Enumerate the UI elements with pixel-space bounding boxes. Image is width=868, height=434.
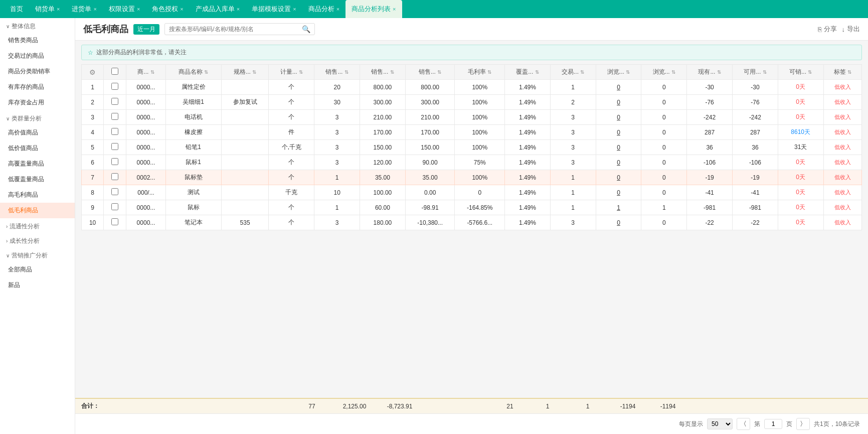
nav-item-goods-analysis-list[interactable]: 商品分析列表 ×: [345, 0, 402, 18]
page-number-input[interactable]: [764, 419, 782, 429]
row-current-stock: -41: [687, 185, 733, 200]
row-name: 鼠标垫: [165, 170, 221, 185]
export-button[interactable]: ↓ 导出: [842, 25, 860, 34]
nav-item-home[interactable]: 首页: [4, 0, 29, 18]
collapse-marketing-icon[interactable]: ∨: [6, 253, 10, 258]
sidebar-item-new-goods[interactable]: 新品: [0, 277, 75, 293]
time-range-button[interactable]: 近一月: [133, 24, 159, 35]
col-gross-margin[interactable]: 毛利率 ⇅: [455, 65, 505, 80]
col-salable-days[interactable]: 可销... ⇅: [778, 65, 823, 80]
row-checkbox[interactable]: [104, 155, 126, 170]
sidebar-item-high-margin[interactable]: 高毛利商品: [0, 187, 75, 203]
sidebar: ∨ 整体信息 销售类商品 交易过的商品 商品分类助销率 有库存的商品 库存资金占…: [0, 18, 75, 434]
col-spec[interactable]: 规格... ⇅: [221, 65, 269, 80]
sidebar-item-low-value[interactable]: 低价值商品: [0, 140, 75, 156]
nav-item-template[interactable]: 单据模板设置 ×: [246, 0, 302, 18]
row-views1[interactable]: 0: [596, 185, 641, 200]
row-checkbox[interactable]: [104, 125, 126, 140]
col-coverage[interactable]: 覆盖... ⇅: [505, 65, 551, 80]
col-name[interactable]: 商品名称 ⇅: [165, 65, 221, 80]
row-gross-margin: 100%: [455, 95, 505, 110]
collapse-cluster-icon[interactable]: ∨: [6, 116, 10, 121]
nav-item-purchase[interactable]: 进货单 ×: [66, 0, 102, 18]
row-available: -19: [733, 170, 778, 185]
close-goods-analysis-icon[interactable]: ×: [336, 6, 339, 12]
col-views1[interactable]: 浏览... ⇅: [596, 65, 641, 80]
collapse-flow-icon[interactable]: ›: [6, 224, 8, 229]
nav-item-sales[interactable]: 销货单 ×: [29, 0, 66, 18]
sidebar-item-sales-goods[interactable]: 销售类商品: [0, 33, 75, 48]
row-checkbox[interactable]: [104, 200, 126, 215]
row-views1[interactable]: 0: [596, 170, 641, 185]
nav-item-product-entry[interactable]: 产成品入库单 ×: [190, 0, 246, 18]
row-views1[interactable]: 0: [596, 155, 641, 170]
row-name: 铅笔1: [165, 140, 221, 155]
per-page-select[interactable]: 50 100 200: [707, 418, 733, 429]
col-tag[interactable]: 标签 ⇅: [823, 65, 861, 80]
nav-item-roles[interactable]: 角色授权 ×: [146, 0, 189, 18]
row-views1[interactable]: 0: [596, 95, 641, 110]
col-sales-profit[interactable]: 销售... ⇅: [405, 65, 455, 80]
search-icon[interactable]: 🔍: [302, 25, 310, 33]
close-template-icon[interactable]: ×: [293, 6, 296, 12]
sidebar-item-all-goods[interactable]: 全部商品: [0, 262, 75, 277]
row-views1[interactable]: 0: [596, 140, 641, 155]
sidebar-item-stocked-goods[interactable]: 有库存的商品: [0, 79, 75, 95]
col-settings[interactable]: ⚙: [82, 65, 104, 80]
close-goods-list-icon[interactable]: ×: [393, 6, 396, 12]
close-sales-icon[interactable]: ×: [57, 6, 60, 12]
row-transaction: 1: [550, 80, 596, 95]
row-views1[interactable]: 0: [596, 110, 641, 125]
col-code[interactable]: 商... ⇅: [126, 65, 165, 80]
row-checkbox[interactable]: [104, 140, 126, 155]
nav-item-goods-analysis[interactable]: 商品分析 ×: [302, 0, 345, 18]
row-checkbox[interactable]: [104, 95, 126, 110]
prev-page-button[interactable]: 〈: [737, 418, 750, 430]
sidebar-item-traded-goods[interactable]: 交易过的商品: [0, 48, 75, 64]
footer-current-stock: -1194: [608, 403, 648, 410]
next-page-button[interactable]: 〉: [796, 418, 810, 430]
col-sales-amount[interactable]: 销售... ⇅: [360, 65, 406, 80]
row-checkbox[interactable]: [104, 170, 126, 185]
row-checkbox[interactable]: [104, 110, 126, 125]
share-button[interactable]: ⎘ 分享: [818, 25, 837, 34]
row-coverage: 1.49%: [505, 185, 551, 200]
col-available[interactable]: 可用... ⇅: [733, 65, 778, 80]
row-checkbox[interactable]: [104, 215, 126, 230]
row-checkbox[interactable]: [104, 185, 126, 200]
col-unit[interactable]: 计量... ⇅: [269, 65, 314, 80]
row-views1[interactable]: 0: [596, 80, 641, 95]
row-gross-margin: 100%: [455, 80, 505, 95]
close-purchase-icon[interactable]: ×: [93, 6, 96, 12]
row-coverage: 1.49%: [505, 125, 551, 140]
nav-item-permissions[interactable]: 权限设置 ×: [103, 0, 146, 18]
close-roles-icon[interactable]: ×: [180, 6, 183, 12]
col-transaction[interactable]: 交易... ⇅: [550, 65, 596, 80]
col-checkbox[interactable]: [104, 65, 126, 80]
sidebar-item-low-coverage[interactable]: 低覆盖量商品: [0, 172, 75, 187]
row-coverage: 1.49%: [505, 110, 551, 125]
row-views1[interactable]: 1: [596, 200, 641, 215]
row-checkbox[interactable]: [104, 80, 126, 95]
sidebar-item-category-rate[interactable]: 商品分类助销率: [0, 64, 75, 79]
select-all-checkbox[interactable]: [111, 68, 118, 75]
sidebar-item-capital[interactable]: 库存资金占用: [0, 95, 75, 110]
sidebar-item-high-coverage[interactable]: 高覆盖量商品: [0, 156, 75, 172]
row-views1[interactable]: 0: [596, 125, 641, 140]
row-views1[interactable]: 0: [596, 215, 641, 230]
col-sales-qty[interactable]: 销售... ⇅: [314, 65, 360, 80]
collapse-overall-icon[interactable]: ∨: [6, 24, 10, 29]
row-available: -242: [733, 110, 778, 125]
close-product-entry-icon[interactable]: ×: [237, 6, 240, 12]
sidebar-item-high-value[interactable]: 高价值商品: [0, 125, 75, 140]
settings-icon[interactable]: ⚙: [89, 68, 96, 76]
search-input[interactable]: [169, 26, 302, 33]
col-current-stock[interactable]: 现有... ⇅: [687, 65, 733, 80]
col-views2[interactable]: 浏览... ⇅: [641, 65, 687, 80]
row-sales-qty: 10: [314, 185, 360, 200]
row-views2: 0: [641, 215, 687, 230]
close-permissions-icon[interactable]: ×: [137, 6, 140, 12]
row-code: 0000...: [126, 95, 165, 110]
collapse-growth-icon[interactable]: ›: [6, 238, 8, 244]
sidebar-item-low-margin[interactable]: 低毛利商品: [0, 203, 75, 218]
